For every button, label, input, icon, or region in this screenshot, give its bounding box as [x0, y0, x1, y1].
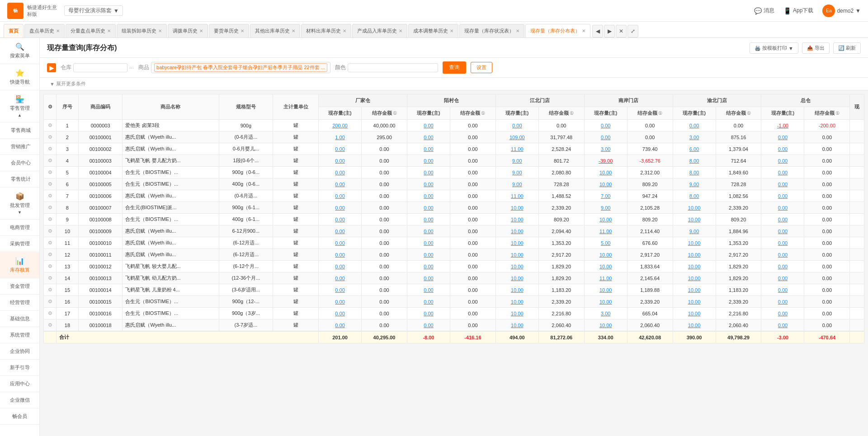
- row-na-qty[interactable]: 10.00: [584, 296, 627, 308]
- row-mc-qty[interactable]: 0.00: [407, 308, 450, 319]
- row-na-qty[interactable]: -39.00: [584, 155, 627, 167]
- row-mc-qty[interactable]: 0.00: [407, 272, 450, 284]
- row-gear[interactable]: ⚙: [44, 143, 57, 155]
- row-na-qty[interactable]: 7.00: [584, 190, 627, 202]
- row-jb-qty[interactable]: 11.00: [495, 143, 538, 155]
- row-yb-qty[interactable]: 10.00: [673, 272, 716, 284]
- row-total-qty[interactable]: 0.00: [761, 131, 804, 143]
- row-cj-qty[interactable]: 0.00: [319, 190, 362, 202]
- row-mc-qty[interactable]: 0.00: [407, 284, 450, 296]
- tab-close-product-in[interactable]: ✕: [399, 28, 402, 33]
- row-yb-qty[interactable]: 10.00: [673, 214, 716, 225]
- print-btn[interactable]: 🖨️ 按模板打印 ▼: [750, 42, 798, 54]
- row-na-qty[interactable]: 10.00: [584, 167, 627, 178]
- sidebar-item-newguide[interactable]: 新手引导: [0, 360, 39, 376]
- gear-header[interactable]: ⚙: [44, 94, 57, 120]
- row-gear[interactable]: ⚙: [44, 225, 57, 237]
- row-na-qty[interactable]: 11.00: [584, 272, 627, 284]
- row-total-qty[interactable]: 0.00: [761, 167, 804, 178]
- row-na-qty[interactable]: 10.00: [584, 284, 627, 296]
- row-gear[interactable]: ⚙: [44, 131, 57, 143]
- row-gear[interactable]: ⚙: [44, 237, 57, 249]
- row-gear[interactable]: ⚙: [44, 272, 57, 284]
- filter-collapse-btn[interactable]: ▶: [47, 63, 56, 72]
- tab-home[interactable]: 首页: [4, 24, 24, 38]
- row-cj-qty[interactable]: 0.00: [319, 272, 362, 284]
- row-na-qty[interactable]: 10.00: [584, 319, 627, 332]
- row-jb-qty[interactable]: 10.00: [495, 214, 538, 225]
- row-na-qty[interactable]: 9.00: [584, 202, 627, 214]
- row-mc-qty[interactable]: 0.00: [407, 237, 450, 249]
- row-cj-qty[interactable]: 0.00: [319, 261, 362, 272]
- table-container[interactable]: ⚙ 序号 商品编码 商品名称 规格型号 主计量单位 厂家仓 陌村仓 江北门店 南…: [40, 90, 868, 436]
- sidebar-item-basic[interactable]: 基础信息: [0, 311, 39, 327]
- sidebar-item-vip[interactable]: 畅会员: [0, 408, 39, 425]
- row-jb-qty[interactable]: 10.00: [495, 284, 538, 296]
- row-cj-qty[interactable]: 0.00: [319, 308, 362, 319]
- tab-close-cost-adjust[interactable]: ✕: [450, 28, 453, 33]
- row-total-qty[interactable]: 0.00: [761, 308, 804, 319]
- sidebar-item-wholesale[interactable]: 📦 批发管理 ▼: [0, 188, 39, 220]
- sidebar-item-wechat[interactable]: 企业微信: [0, 392, 39, 408]
- row-total-qty[interactable]: 0.00: [761, 225, 804, 237]
- row-jb-qty[interactable]: 10.00: [495, 308, 538, 319]
- row-yb-qty[interactable]: 10.00: [673, 261, 716, 272]
- row-total-qty[interactable]: 0.00: [761, 261, 804, 272]
- row-na-qty[interactable]: 5.00: [584, 237, 627, 249]
- row-yb-qty[interactable]: 8.00: [673, 155, 716, 167]
- row-na-qty[interactable]: 10.00: [584, 249, 627, 261]
- tab-stocktake[interactable]: 盘点单历史 ✕: [24, 24, 65, 38]
- tab-close-partial[interactable]: ✕: [107, 28, 111, 33]
- industry-selector[interactable]: 母婴行业演示陈套 ▼: [64, 5, 123, 16]
- row-total-qty[interactable]: 0.00: [761, 237, 804, 249]
- row-mc-qty[interactable]: 0.00: [407, 131, 450, 143]
- search-btn[interactable]: 查询: [443, 61, 466, 74]
- row-cj-qty[interactable]: 0.00: [319, 155, 362, 167]
- tab-close-dismantle[interactable]: ✕: [158, 28, 162, 33]
- row-mc-qty[interactable]: 0.00: [407, 319, 450, 332]
- tab-close-stock-dist[interactable]: ✕: [582, 28, 585, 33]
- cj-info-icon[interactable]: ①: [393, 111, 397, 116]
- tab-close-stocktake[interactable]: ✕: [56, 28, 60, 33]
- na-info-icon[interactable]: ①: [658, 111, 662, 116]
- row-total-qty[interactable]: 0.00: [761, 319, 804, 332]
- row-mc-qty[interactable]: 0.00: [407, 178, 450, 190]
- row-total-qty[interactable]: 0.00: [761, 178, 804, 190]
- sidebar-item-apps[interactable]: 应用中心: [0, 376, 39, 392]
- warehouse-input[interactable]: [73, 63, 127, 72]
- row-mc-qty[interactable]: 0.00: [407, 155, 450, 167]
- total-info-icon[interactable]: ①: [835, 111, 840, 116]
- tab-nav-right[interactable]: ▶: [604, 25, 615, 38]
- sidebar-item-marketing[interactable]: 营销推广: [0, 139, 39, 155]
- row-jb-qty[interactable]: 10.00: [495, 261, 538, 272]
- row-jb-qty[interactable]: 10.00: [495, 296, 538, 308]
- row-cj-qty[interactable]: 1.00: [319, 131, 362, 143]
- tab-nav-left[interactable]: ◀: [592, 25, 603, 38]
- row-cj-qty[interactable]: 0.00: [319, 249, 362, 261]
- tab-close-material-out[interactable]: ✕: [343, 28, 346, 33]
- row-mc-qty[interactable]: 0.00: [407, 190, 450, 202]
- row-na-qty[interactable]: 3.00: [584, 143, 627, 155]
- row-total-qty[interactable]: -1.00: [761, 120, 804, 131]
- row-yb-qty[interactable]: 10.00: [673, 284, 716, 296]
- row-cj-qty[interactable]: 0.00: [319, 143, 362, 155]
- row-jb-qty[interactable]: 109.00: [495, 131, 538, 143]
- row-jb-qty[interactable]: 0.00: [495, 120, 538, 131]
- row-cj-qty[interactable]: 0.00: [319, 296, 362, 308]
- row-total-qty[interactable]: 0.00: [761, 143, 804, 155]
- sidebar-item-finance[interactable]: 资金管理: [0, 278, 39, 295]
- row-total-qty[interactable]: 0.00: [761, 190, 804, 202]
- row-yb-qty[interactable]: 3.00: [673, 131, 716, 143]
- row-na-qty[interactable]: 10.00: [584, 178, 627, 190]
- row-gear[interactable]: ⚙: [44, 261, 57, 272]
- tab-close-purchase-req[interactable]: ✕: [241, 28, 244, 33]
- row-cj-qty[interactable]: 0.00: [319, 178, 362, 190]
- tab-product-in[interactable]: 产成品入库单历史 ✕: [352, 24, 407, 38]
- messages-btn[interactable]: 💬 消息: [754, 7, 774, 14]
- tab-transfer[interactable]: 调拨单历史 ✕: [168, 24, 208, 38]
- row-jb-qty[interactable]: 9.00: [495, 178, 538, 190]
- row-jb-qty[interactable]: 10.00: [495, 237, 538, 249]
- tab-material-out[interactable]: 材料出库单历史 ✕: [301, 24, 351, 38]
- tab-cost-adjust[interactable]: 成本调整单历史 ✕: [408, 24, 458, 38]
- tab-other-out[interactable]: 其他出库单历史 ✕: [250, 24, 300, 38]
